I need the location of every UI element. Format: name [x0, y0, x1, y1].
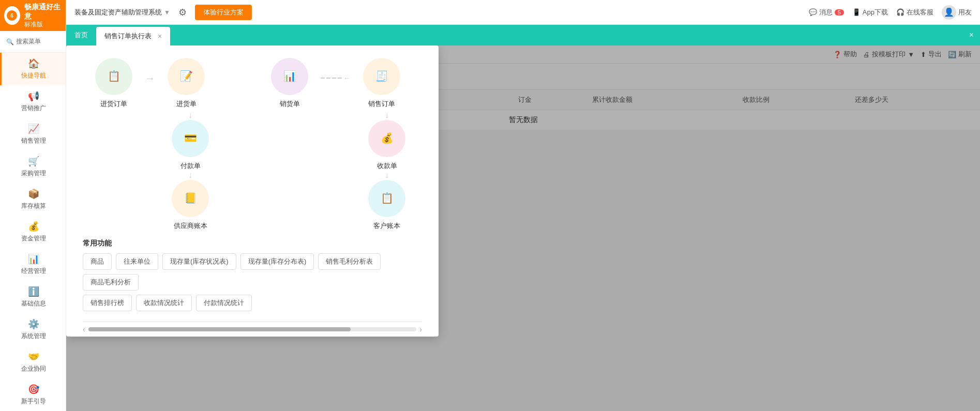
settings-button[interactable]: ⚙	[176, 5, 189, 20]
node-payment-out[interactable]: 💳 付款单	[159, 120, 221, 171]
down-arrow-payment-out: ↓	[188, 171, 192, 180]
sidebar-item-label: 采购管理	[21, 169, 46, 178]
payment-out-icon: 💳	[172, 120, 209, 157]
sidebar-item-inventory[interactable]: 📦 库存核算	[0, 183, 66, 216]
message-badge: 5	[835, 9, 844, 16]
sidebar-item-guide[interactable]: 🎯 新手引导	[0, 378, 66, 411]
guide-panel: 📋 进货订单 → 📝	[66, 45, 439, 337]
message-icon: 💬	[809, 8, 817, 16]
sidebar-search[interactable]: 🔍 搜索菜单	[0, 31, 66, 53]
sidebar-logo: 6 畅康通好生意 标准版	[0, 0, 66, 31]
svg-text:💰: 💰	[381, 132, 394, 144]
sidebar-item-basic-info[interactable]: ℹ️ 基础信息	[0, 281, 66, 313]
sidebar-item-label: 基础信息	[21, 299, 46, 308]
search-icon: 🔍	[6, 38, 14, 45]
dropdown-arrow: ▼	[164, 9, 170, 16]
btn-product-gross[interactable]: 商品毛利分析	[83, 274, 139, 291]
home-icon: 🏠	[28, 58, 39, 69]
payment-in-label: 收款单	[377, 161, 397, 171]
btn-stock-dist[interactable]: 现存量(库存分布表)	[240, 253, 314, 270]
purchase-label: 进货单	[176, 99, 197, 109]
node-payment-in[interactable]: 💰 收款单	[356, 120, 418, 171]
left-spacer	[83, 111, 145, 231]
sidebar-item-marketing[interactable]: 📢 营销推广	[0, 85, 66, 118]
guide-scrollbar: ‹ ›	[83, 322, 422, 337]
tab-home[interactable]: 首页	[66, 25, 96, 45]
supplier-ledger-icon: 📒	[172, 180, 209, 217]
down-arrow-payment-in: ↓	[385, 171, 389, 180]
flow-col-purchase: ↓ 💳 付款单 ↓ 📒	[159, 111, 221, 231]
common-functions-title: 常用功能	[83, 239, 422, 248]
btn-payment-stat[interactable]: 收款情况统计	[136, 295, 192, 311]
user-item[interactable]: 👤 用友	[942, 5, 972, 20]
sale-label: 销货单	[280, 99, 300, 109]
tab-close-button[interactable]: ×	[156, 32, 162, 40]
sidebar-item-label: 库存核算	[21, 202, 46, 210]
node-supplier-ledger[interactable]: 📒 供应商账本	[159, 180, 221, 231]
btn-product[interactable]: 商品	[83, 253, 112, 270]
svg-text:6: 6	[11, 13, 14, 19]
arrow-spacer	[145, 111, 159, 231]
gear-icon: ⚙️	[28, 318, 39, 330]
down-arrow-sale: ↓	[385, 111, 389, 120]
brand-name: 畅康通好生意	[24, 2, 62, 21]
handshake-icon: 🤝	[28, 351, 39, 362]
sidebar-item-label: 销售管理	[21, 136, 46, 145]
btn-stock-status[interactable]: 现存量(库存状况表)	[162, 253, 236, 270]
scrollbar-track[interactable]	[88, 327, 417, 331]
sidebar-item-label: 企业协同	[21, 364, 46, 373]
message-item[interactable]: 💬 消息 5	[809, 8, 844, 17]
node-customer-ledger[interactable]: 📋 客户账本	[356, 180, 418, 231]
trial-button[interactable]: 体验行业方案	[195, 5, 252, 20]
sidebar-item-finance[interactable]: 💰 资金管理	[0, 216, 66, 248]
system-title: 装备及固定资产辅助管理系统 ▼	[74, 8, 170, 17]
sidebar-item-operations[interactable]: 📊 经营管理	[0, 248, 66, 281]
app-download-item[interactable]: 📱 App下载	[852, 8, 888, 17]
sidebar-item-enterprise[interactable]: 🤝 企业协同	[0, 346, 66, 378]
search-button[interactable]: 🔍 搜索菜单	[4, 35, 62, 48]
download-icon: 📱	[852, 8, 861, 16]
topbar: 装备及固定资产辅助管理系统 ▼ ⚙ 体验行业方案 💬 消息 5 📱 App下载 …	[66, 0, 980, 25]
scroll-left-button[interactable]: ‹	[83, 325, 85, 333]
btn-payout-stat[interactable]: 付款情况统计	[196, 295, 252, 311]
common-functions: 常用功能 商品 往来单位 现存量(库存状况表) 现存量(库存分布表) 销售毛利分…	[83, 231, 422, 322]
node-purchase-order[interactable]: 📋 进货订单	[83, 58, 145, 109]
tab-sale-order[interactable]: 销售订单执行表 ×	[96, 27, 170, 45]
sidebar-item-label: 资金管理	[21, 234, 46, 243]
btn-counterpart[interactable]: 往来单位	[116, 253, 158, 270]
sidebar-nav: 🏠 快捷导航 📢 营销推广 📈 销售管理 🛒 采购管理 📦 库存核算 💰	[0, 53, 66, 411]
svg-text:📋: 📋	[381, 192, 394, 204]
sidebar-item-system[interactable]: ⚙️ 系统管理	[0, 313, 66, 346]
brand-version: 标准版	[24, 21, 62, 29]
sidebar-item-label: 新手引导	[21, 397, 46, 406]
cart-icon: 🛒	[28, 156, 39, 167]
sidebar-item-quick-nav[interactable]: 🏠 快捷导航	[0, 53, 66, 85]
btn-sales-gross[interactable]: 销售毛利分析表	[318, 253, 381, 270]
close-all-tabs[interactable]: ×	[969, 31, 980, 40]
payment-out-label: 付款单	[180, 161, 201, 171]
sidebar-item-label: 经营管理	[21, 267, 46, 276]
svg-text:💳: 💳	[184, 132, 197, 144]
node-sale[interactable]: 📊 销货单	[259, 58, 321, 109]
node-purchase[interactable]: 📝 进货单	[155, 58, 217, 109]
sidebar: 6 畅康通好生意 标准版 🔍 搜索菜单 🏠 快捷导航 📢 营销推广	[0, 0, 66, 411]
scrollbar-thumb	[88, 327, 351, 331]
sales-icon: 📈	[28, 123, 39, 134]
sale-order-label: 销售订单	[368, 99, 395, 109]
sidebar-item-label: 系统管理	[21, 332, 46, 341]
mid-spacer	[221, 111, 356, 231]
online-service-item[interactable]: 🎧 在线客服	[896, 8, 933, 17]
sidebar-item-purchase[interactable]: 🛒 采购管理	[0, 150, 66, 183]
sidebar-item-sales[interactable]: 📈 销售管理	[0, 118, 66, 150]
logo-icon: 6	[4, 6, 20, 25]
flow-top-row: 📋 进货订单 → 📝	[83, 58, 422, 109]
supplier-ledger-label: 供应商账本	[174, 221, 207, 231]
sidebar-item-label: 营销推广	[21, 104, 46, 113]
svg-text:📒: 📒	[184, 192, 197, 204]
svg-text:📊: 📊	[283, 70, 296, 82]
node-sale-order[interactable]: 🧾 销售订单	[351, 58, 413, 109]
scroll-right-button[interactable]: ›	[419, 325, 422, 333]
common-btns-row1: 商品 往来单位 现存量(库存状况表) 现存量(库存分布表) 销售毛利分析表 商品…	[83, 253, 422, 291]
btn-sales-ranking[interactable]: 销售排行榜	[83, 295, 132, 311]
chart-icon: 📊	[28, 253, 39, 265]
